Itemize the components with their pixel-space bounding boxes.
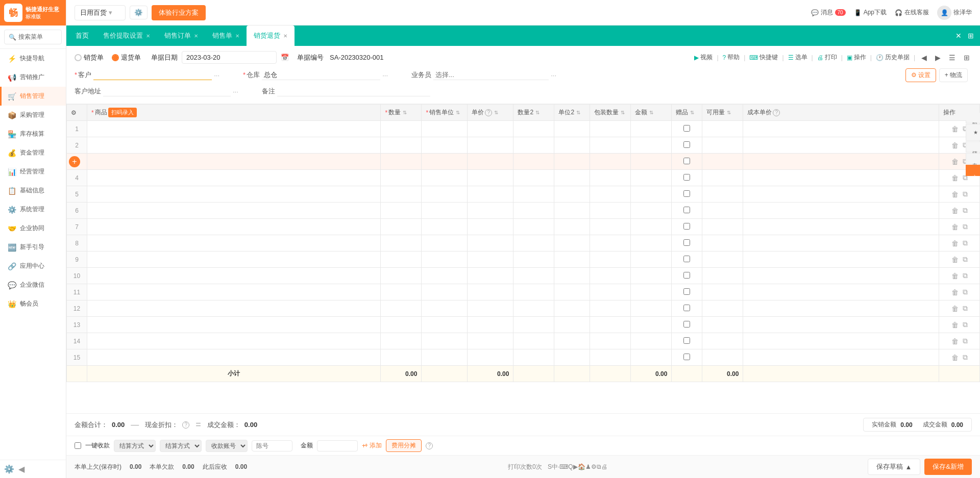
cost-help-icon[interactable]: ? (773, 109, 780, 116)
amount-cell-2[interactable] (631, 137, 672, 154)
online-service-button[interactable]: 🎧 在线客服 (895, 8, 929, 17)
copy-btn[interactable]: ⧉ (962, 270, 969, 281)
gift-checkbox-2[interactable] (683, 141, 690, 148)
settings-bottom-button[interactable]: ⚙️ (4, 464, 14, 474)
tab-close-sales-return[interactable]: ✕ (283, 33, 287, 39)
app-download-button[interactable]: 📱 App下载 (854, 8, 887, 17)
warehouse-dots-button[interactable]: ··· (382, 71, 388, 79)
sort-available-icon[interactable]: ⇅ (727, 110, 731, 115)
customer-input[interactable] (93, 70, 212, 80)
pkg-cell-3[interactable] (590, 154, 631, 170)
copy-btn[interactable]: ⧉ (962, 238, 969, 248)
message-button[interactable]: 💬 消息 70 (811, 8, 846, 17)
price-cell-1[interactable] (468, 121, 513, 137)
sidebar-item-operations[interactable]: 📊 经营管理 (0, 162, 66, 181)
price-cell-2[interactable] (468, 137, 513, 154)
view-list-button[interactable]: ☰ (947, 53, 958, 63)
product-cell-3[interactable] (87, 154, 381, 170)
tab-sales-return[interactable]: 销货退货 ✕ (247, 26, 295, 46)
gift-cell-2[interactable] (672, 137, 702, 154)
available-cell-3[interactable] (702, 154, 743, 170)
sort-gift-icon[interactable]: ⇅ (690, 110, 694, 115)
sidebar-item-wechat[interactable]: 💬 企业微信 (0, 275, 66, 294)
sidebar-item-base[interactable]: 📋 基础信息 (0, 181, 66, 200)
sidebar-item-enterprise[interactable]: 🤝 企业协同 (0, 219, 66, 238)
qty2-cell-3[interactable] (513, 154, 554, 170)
tab-close-sales-order[interactable]: ✕ (194, 33, 198, 39)
price-help-icon[interactable]: ? (485, 109, 492, 116)
account-number-input[interactable] (252, 440, 292, 451)
sidebar-item-purchase[interactable]: 📦 采购管理 (0, 106, 66, 124)
calc-method-select[interactable]: 结算方式 (160, 440, 202, 452)
logistics-button[interactable]: + 物流 (939, 68, 968, 82)
tab-price-setting[interactable]: 售价提取设置 ✕ (96, 26, 157, 46)
gift-checkbox-3[interactable] (683, 158, 690, 164)
cost-cell-2[interactable] (743, 137, 939, 154)
unit2-cell-1[interactable] (554, 121, 590, 137)
tab-close-price-setting[interactable]: ✕ (146, 33, 150, 39)
sort-sales-unit-icon[interactable]: ⇅ (456, 110, 460, 115)
copy-btn[interactable]: ⧉ (962, 189, 969, 199)
delete-btn[interactable]: 🗑 (950, 206, 960, 216)
unit2-cell-3[interactable] (554, 154, 590, 170)
amount-cell-1[interactable] (631, 121, 672, 137)
payment-method-select[interactable]: 结算方式 (114, 440, 156, 452)
delete-row-2-button[interactable]: 🗑 (950, 140, 960, 150)
customer-address-input[interactable] (103, 86, 231, 96)
tab-sales-order[interactable]: 销售订单 ✕ (157, 26, 205, 46)
delete-btn[interactable]: 🗑 (950, 287, 960, 297)
sidebar-item-finance[interactable]: 💰 资金管理 (0, 143, 66, 162)
header-gear-button[interactable]: ⚙️ (130, 6, 148, 19)
copy-btn[interactable]: ⧉ (962, 205, 969, 216)
gift-cell-1[interactable] (672, 121, 702, 137)
cost-cell-1[interactable] (743, 121, 939, 137)
amount-cell-3[interactable] (631, 154, 672, 170)
toolbar-select[interactable]: ☰ 选单 (788, 53, 807, 62)
one-click-payment-checkbox[interactable] (75, 442, 81, 449)
delete-btn[interactable]: 🗑 (950, 255, 960, 265)
sidebar-item-inventory[interactable]: 🏪 库存核算 (0, 124, 66, 143)
toolbar-action[interactable]: ▣ 操作 (847, 53, 866, 62)
toolbar-print[interactable]: 🖨 打印 (817, 53, 837, 62)
sort-price-icon[interactable]: ⇅ (494, 110, 498, 115)
cost-cell-3[interactable] (743, 154, 939, 170)
daily-category-select[interactable]: 日用百货 ▾ (75, 5, 126, 20)
delete-btn[interactable]: 🗑 (950, 353, 960, 363)
salesperson-input[interactable] (433, 70, 549, 80)
settings-button[interactable]: ⚙ 设置 (905, 68, 936, 82)
warehouse-input[interactable] (262, 70, 380, 80)
pkg-cell-1[interactable] (590, 121, 631, 137)
sort-pkg-icon[interactable]: ⇅ (621, 110, 625, 115)
salesperson-dots-button[interactable]: ··· (551, 71, 556, 79)
sidebar-item-appstore[interactable]: 🔗 应用中心 (0, 257, 66, 275)
active-panel-button[interactable]: 文 (966, 165, 980, 176)
gift-cell-3[interactable] (672, 154, 702, 170)
nav-next-button[interactable]: ▶ (933, 53, 943, 63)
sidebar-item-member[interactable]: 👑 畅会员 (0, 294, 66, 313)
scan-enter-button[interactable]: 扫码录入 (108, 108, 137, 117)
user-menu-button[interactable]: 👤 徐泽华 (937, 6, 972, 20)
copy-btn[interactable]: ⧉ (962, 336, 969, 346)
sort-quantity-icon[interactable]: ⇅ (403, 110, 407, 115)
radio-sales[interactable]: 销货单 (75, 53, 104, 62)
gift-checkbox-1[interactable] (683, 125, 690, 132)
copy-btn[interactable]: ⧉ (962, 221, 969, 232)
toolbar-shortcut[interactable]: ⌨ 快捷键 (749, 53, 778, 62)
remark-input[interactable] (277, 86, 430, 96)
delete-btn[interactable]: 🗑 (950, 320, 960, 330)
delete-btn[interactable]: 🗑 (950, 304, 960, 314)
collapse-sidebar-button[interactable]: ◀ (18, 464, 24, 474)
account-select[interactable]: 收款账号 (206, 440, 248, 452)
copy-btn[interactable]: ⧉ (962, 352, 969, 363)
tab-grid-button[interactable]: ⊞ (966, 31, 976, 41)
search-menu-button[interactable]: 🔍 搜索菜单 (4, 30, 62, 44)
available-cell-1[interactable] (702, 121, 743, 137)
delete-btn[interactable]: 🗑 (950, 238, 960, 248)
tab-close-all-button[interactable]: ✕ (953, 31, 964, 41)
quantity-cell-2[interactable] (381, 137, 422, 154)
toolbar-video[interactable]: ▶ 视频 (694, 53, 713, 62)
price-cell-3[interactable] (468, 154, 513, 170)
toolbar-help[interactable]: ? 帮助 (723, 53, 740, 62)
available-cell-2[interactable] (702, 137, 743, 154)
tab-close-sales-delivery[interactable]: ✕ (235, 33, 239, 39)
